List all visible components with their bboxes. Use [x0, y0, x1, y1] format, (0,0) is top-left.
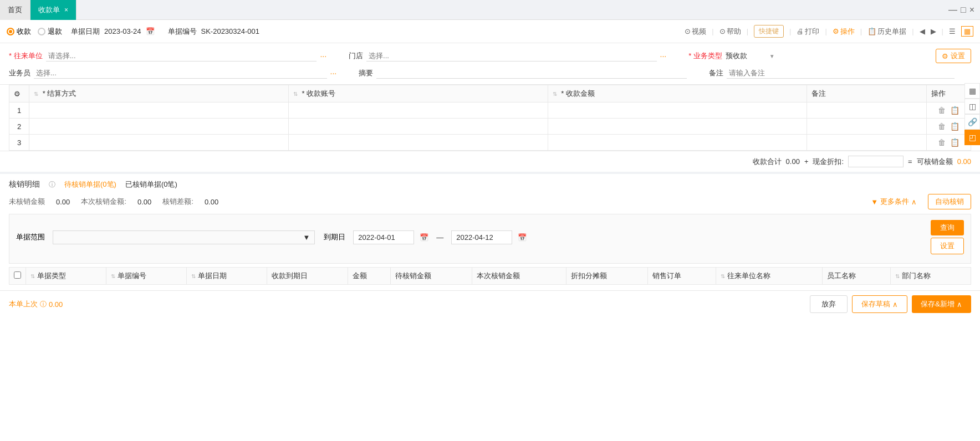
toolbar-operations[interactable]: ⚙ 操作: [833, 27, 855, 37]
col-sales-order: 销售订单: [647, 268, 716, 285]
sidebar-icon-3[interactable]: 🔗: [964, 114, 980, 130]
save-draft-button[interactable]: 保存草稿 ∧: [852, 295, 907, 313]
row3-delete-btn[interactable]: 🗑: [938, 138, 946, 147]
current-label: 本次核销金额:: [81, 197, 126, 207]
sidebar-icon-1[interactable]: ▦: [964, 83, 980, 99]
toolbar-history[interactable]: 📋 历史单据: [867, 27, 906, 37]
store-more-icon[interactable]: ···: [660, 52, 667, 60]
party-input[interactable]: [46, 50, 317, 61]
sidebar-icon-4[interactable]: ◰: [964, 130, 980, 145]
row1-copy-btn[interactable]: 📋: [950, 106, 959, 115]
store-label: 门店: [349, 51, 363, 61]
calendar-from-icon[interactable]: 📅: [420, 233, 428, 242]
close-icon[interactable]: ×: [969, 5, 974, 15]
toolbar-video[interactable]: ⊙ 视频: [685, 27, 706, 37]
row2-settlement[interactable]: [29, 119, 289, 135]
save-new-button[interactable]: 保存&新增 ∧: [912, 295, 971, 313]
business-type-chevron[interactable]: ▼: [769, 53, 775, 59]
row2-notes[interactable]: [807, 119, 927, 135]
tab-receipt-close[interactable]: ×: [64, 6, 68, 14]
notes-input[interactable]: [727, 68, 955, 79]
party-label: * 往来单位: [9, 51, 43, 61]
sidebar-icon-2[interactable]: ◫: [964, 99, 980, 114]
salesperson-label: 业务员: [9, 68, 30, 78]
row3-index: 3: [9, 135, 29, 151]
row3-notes[interactable]: [807, 135, 927, 151]
query-button[interactable]: 查询: [931, 220, 964, 235]
summary-label: 摘要: [359, 68, 373, 78]
nav-left-icon[interactable]: ◀: [920, 27, 925, 35]
range-select[interactable]: ▼: [53, 230, 315, 244]
row3-copy-btn[interactable]: 📋: [950, 138, 959, 147]
party-more-icon[interactable]: ···: [320, 52, 326, 60]
row1-amount[interactable]: [548, 102, 807, 119]
minimize-icon[interactable]: —: [948, 5, 957, 15]
business-type-value: 预收款: [726, 51, 747, 61]
radio-refund-label: 退款: [48, 27, 62, 37]
recon-pending-label: 待核销单据: [64, 180, 100, 188]
row2-copy-btn[interactable]: 📋: [950, 122, 959, 131]
calendar-to-icon[interactable]: 📅: [518, 233, 527, 242]
view-grid-icon[interactable]: ▦: [961, 26, 973, 37]
recon-more-btn[interactable]: ▼ 更多条件 ∧: [871, 197, 917, 207]
salesperson-input[interactable]: [34, 68, 327, 79]
row3-account[interactable]: [288, 135, 548, 151]
tab-home[interactable]: 首页: [0, 0, 30, 20]
select-all-checkbox[interactable]: [14, 271, 21, 279]
row1-notes[interactable]: [807, 102, 927, 119]
row3-settlement[interactable]: [29, 135, 289, 151]
filter-set-button[interactable]: 设置: [931, 238, 964, 254]
more-conditions-label: 更多条件: [880, 197, 909, 207]
settings-button[interactable]: ⚙ 设置: [936, 49, 971, 63]
row1-settlement[interactable]: [29, 102, 289, 119]
table-row: 2 🗑 📋: [9, 119, 971, 135]
nav-right-icon[interactable]: ▶: [931, 27, 936, 35]
tab-receipt-label: 收款单: [38, 5, 60, 15]
col-amount: ⇅ * 收款金额: [548, 85, 807, 102]
abandon-button[interactable]: 放弃: [810, 295, 848, 313]
summary-input[interactable]: [376, 68, 686, 79]
table-row: 1 🗑 📋: [9, 102, 971, 119]
discount-input[interactable]: [848, 156, 904, 167]
notes-field: 备注: [709, 68, 955, 79]
summary-field: 摘要: [359, 68, 686, 79]
view-list-icon[interactable]: ☰: [949, 27, 956, 35]
save-new-chevron[interactable]: ∧: [957, 300, 962, 309]
table-row: 3 🗑 📋: [9, 135, 971, 151]
toolbar-shortcut[interactable]: 快捷键: [754, 25, 784, 38]
auto-reconcile-btn[interactable]: 自动核销: [928, 194, 971, 209]
store-input[interactable]: [366, 50, 656, 61]
row1-delete-btn[interactable]: 🗑: [938, 106, 946, 115]
col-settlement: ⇅ * 结算方式: [29, 85, 289, 102]
col-notes: 备注: [807, 85, 927, 102]
footer-info-icon[interactable]: ⓘ: [40, 300, 47, 309]
row2-amount[interactable]: [548, 119, 807, 135]
row3-amount[interactable]: [548, 135, 807, 151]
save-draft-label: 保存草稿: [861, 299, 890, 309]
tab-bar: 首页 收款单 × — □ ×: [0, 0, 980, 20]
row2-index: 2: [9, 119, 29, 135]
recon-done-label: 已核销单据: [125, 180, 161, 188]
row1-account[interactable]: [288, 102, 548, 119]
toolbar-print[interactable]: 🖨 打印: [797, 27, 819, 37]
maximize-icon[interactable]: □: [961, 5, 966, 15]
toolbar-help[interactable]: ⊙ 帮助: [719, 27, 741, 37]
calendar-icon[interactable]: 📅: [146, 27, 155, 35]
col-current: 本次核销金额: [472, 268, 566, 285]
recon-pending-tab[interactable]: 待核销单据(0笔): [64, 180, 116, 189]
tab-receipt[interactable]: 收款单 ×: [30, 0, 76, 20]
salesperson-more-icon[interactable]: ···: [330, 69, 337, 78]
page-footer: 本单上次 ⓘ 0.00 放弃 保存草稿 ∧ 保存&新增 ∧: [0, 290, 980, 317]
recon-info-icon[interactable]: ⓘ: [49, 180, 55, 189]
radio-receipt-label: 收款: [17, 27, 31, 37]
row2-account[interactable]: [288, 119, 548, 135]
save-draft-chevron[interactable]: ∧: [892, 300, 898, 309]
row2-delete-btn[interactable]: 🗑: [938, 122, 946, 131]
table-gear-header[interactable]: ⚙: [9, 85, 29, 102]
date-from-input[interactable]: [353, 230, 414, 244]
recon-done-tab[interactable]: 已核销单据(0笔): [125, 180, 177, 189]
window-controls: — □ ×: [948, 5, 980, 15]
date-to-input[interactable]: [451, 230, 512, 244]
radio-refund[interactable]: 退款: [38, 27, 62, 37]
radio-receipt[interactable]: 收款: [7, 27, 31, 37]
